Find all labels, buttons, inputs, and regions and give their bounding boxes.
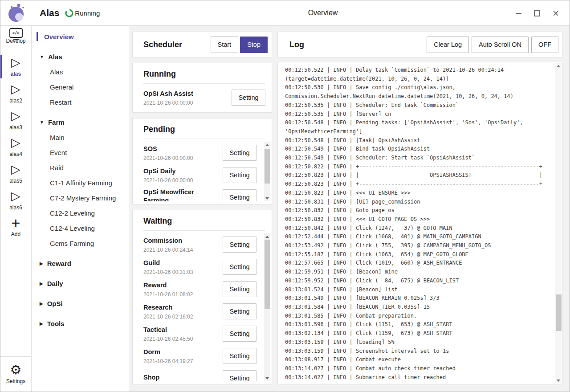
task-next-run: 2021-10-26 00:00:00 bbox=[143, 177, 223, 184]
nav-item[interactable]: General bbox=[32, 79, 129, 94]
nav-item-label: C12-2 Leveling bbox=[50, 209, 95, 217]
waiting-title: Waiting bbox=[133, 210, 272, 230]
task-info: Shop bbox=[143, 373, 223, 382]
log-line: 00:12:50.522 | INFO | Delay task `Commis… bbox=[285, 66, 552, 75]
nav-item[interactable]: ▶ Daily bbox=[32, 276, 129, 291]
rail-item[interactable]: alas5 bbox=[0, 161, 31, 188]
rail-item[interactable]: Add bbox=[0, 214, 31, 241]
nav-item[interactable]: Gems Farming bbox=[32, 236, 129, 251]
rail-item[interactable]: alas6 bbox=[0, 188, 31, 214]
rail-item-icon bbox=[9, 28, 23, 38]
nav-item[interactable]: C1-1 Affinity Farming bbox=[32, 175, 129, 190]
task-info: OpSi Meowfficer Farming bbox=[143, 188, 223, 201]
rail-item-label: Add bbox=[11, 231, 20, 237]
log-line: 00:12:50.823 | INFO | | OPSIASHASSIST | bbox=[285, 171, 552, 180]
nav-item[interactable]: Overview bbox=[32, 29, 129, 44]
titlebar: Alas Running Overview × bbox=[0, 0, 570, 26]
minimize-icon bbox=[516, 13, 521, 14]
autoscroll-off-button[interactable]: OFF bbox=[531, 37, 558, 53]
log-line: 00:13:14.027 | INFO | Submarine call tim… bbox=[285, 373, 552, 382]
settings-button[interactable]: Settings bbox=[0, 361, 31, 388]
log-lines: 00:12:50.522 | INFO | Delay task `Commis… bbox=[285, 66, 552, 382]
task-info: Commission 2021-10-26 00:24:14 bbox=[143, 237, 223, 253]
rail-item[interactable]: Develop bbox=[0, 27, 31, 54]
task-setting-button[interactable]: Setting bbox=[223, 326, 256, 342]
scroll-thumb[interactable] bbox=[265, 149, 270, 184]
clear-log-button[interactable]: Clear Log bbox=[427, 37, 469, 53]
log-line: 00:12:50.548 | INFO | Pending tasks: ['O… bbox=[285, 118, 552, 127]
nav-item[interactable]: Event bbox=[32, 145, 129, 160]
waiting-scrollbar[interactable] bbox=[264, 233, 270, 381]
task-setting-button[interactable]: Setting bbox=[223, 167, 256, 183]
minimize-button[interactable] bbox=[509, 4, 528, 22]
log-line: Commission.Scheduler.NextRun=datetime.da… bbox=[285, 92, 552, 101]
scroll-down-icon[interactable] bbox=[555, 377, 562, 384]
task-setting-button[interactable]: Setting bbox=[223, 259, 256, 275]
start-button[interactable]: Start bbox=[211, 37, 239, 53]
nav-item[interactable]: C12-4 Leveling bbox=[32, 220, 129, 236]
log-line: 00:12:50.842 | INFO | Click (1247, 37) @… bbox=[285, 224, 552, 233]
stop-button[interactable]: Stop bbox=[240, 37, 268, 53]
nav-item[interactable]: Raid bbox=[32, 160, 129, 175]
task-setting-button[interactable]: Setting bbox=[223, 303, 256, 319]
nav-item[interactable]: ▼ Farm bbox=[32, 114, 129, 130]
nav-item[interactable]: C12-2 Leveling bbox=[32, 205, 129, 220]
nav-expand-icon: ▼ bbox=[40, 120, 44, 125]
task-name: Tactical bbox=[143, 326, 215, 334]
task-name: SOS bbox=[143, 145, 215, 153]
scroll-thumb[interactable] bbox=[556, 294, 562, 331]
nav-item[interactable]: ▶ OpSi bbox=[32, 296, 129, 311]
nav-expand-icon: ▶ bbox=[40, 321, 43, 326]
pending-title: Pending bbox=[133, 118, 272, 139]
scroll-up-icon[interactable] bbox=[264, 233, 270, 240]
maximize-button[interactable] bbox=[528, 4, 546, 22]
task-info: SOS 2021-10-26 00:00:00 bbox=[143, 145, 223, 161]
nav-item[interactable]: ▼ Alas bbox=[32, 49, 129, 64]
log-line: (target=datetime.datetime(2021, 10, 26, … bbox=[285, 75, 552, 84]
nav-item[interactable]: ▶ Tools bbox=[32, 316, 129, 331]
rail-item[interactable]: alas2 bbox=[0, 81, 31, 107]
nav-item[interactable]: Restart bbox=[32, 94, 129, 110]
running-status-label: Running bbox=[75, 9, 100, 17]
nav-item[interactable]: C7-2 Mystery Farming bbox=[32, 190, 129, 205]
task-next-run: 2021-10-26 01:08:02 bbox=[143, 291, 223, 298]
pending-scrollbar[interactable] bbox=[264, 142, 270, 201]
nav-item[interactable]: ▶ Reward bbox=[32, 256, 129, 271]
task-info: OpSi Daily 2021-10-26 00:00:00 bbox=[143, 167, 223, 184]
log-scrollbar[interactable] bbox=[555, 63, 562, 384]
close-button[interactable]: × bbox=[546, 4, 565, 22]
rail-item[interactable]: alas bbox=[0, 54, 31, 81]
autoscroll-on-button[interactable]: Auto Scroll ON bbox=[472, 37, 529, 53]
task-setting-button[interactable]: Setting bbox=[223, 237, 256, 253]
waiting-task-list: Commission 2021-10-26 00:24:14 Setting G… bbox=[133, 231, 263, 381]
scroll-up-icon[interactable] bbox=[555, 63, 562, 69]
scroll-down-icon[interactable] bbox=[264, 375, 270, 381]
log-line: 00:12:50.831 | INFO | [UI] page_commissi… bbox=[285, 198, 552, 207]
scroll-up-icon[interactable] bbox=[264, 142, 270, 148]
scroll-down-icon[interactable] bbox=[264, 195, 270, 201]
waiting-card: Waiting Commission 2021-10-26 00:24:14 S… bbox=[132, 210, 272, 384]
rail-item[interactable]: alas4 bbox=[0, 134, 31, 161]
task-setting-button[interactable]: Setting bbox=[223, 189, 256, 201]
task-setting-button[interactable]: Setting bbox=[223, 281, 256, 297]
rail-item-icon bbox=[11, 188, 20, 204]
nav-expand-icon: ▶ bbox=[40, 261, 43, 266]
nav-item[interactable]: Alas bbox=[32, 64, 129, 79]
log-line: 'OpsiMeowfficerFarming'] bbox=[285, 127, 552, 136]
task-setting-button[interactable]: Setting bbox=[223, 370, 256, 381]
rail-item[interactable]: alas3 bbox=[0, 107, 31, 134]
rail-item-icon bbox=[12, 214, 20, 231]
settings-label: Settings bbox=[6, 378, 25, 384]
rail-bottom: Settings bbox=[0, 356, 31, 392]
task-row: OpSi Meowfficer Farming Setting bbox=[133, 186, 263, 201]
task-setting-button[interactable]: Setting bbox=[232, 90, 265, 106]
nav-item-label: Farm bbox=[48, 118, 65, 126]
running-task-list: OpSi Ash Assist 2021-10-26 00:00:00 Sett… bbox=[133, 84, 272, 109]
task-name: Dorm bbox=[143, 348, 215, 356]
log-line: 00:13:01.585 | INFO | Combat preparation… bbox=[285, 312, 552, 321]
task-setting-button[interactable]: Setting bbox=[223, 145, 256, 161]
scroll-thumb[interactable] bbox=[265, 240, 270, 309]
nav-item[interactable]: Main bbox=[32, 130, 129, 145]
log-line: 00:13:08.917 | INFO | Combat execute bbox=[285, 355, 552, 364]
task-setting-button[interactable]: Setting bbox=[223, 348, 256, 364]
